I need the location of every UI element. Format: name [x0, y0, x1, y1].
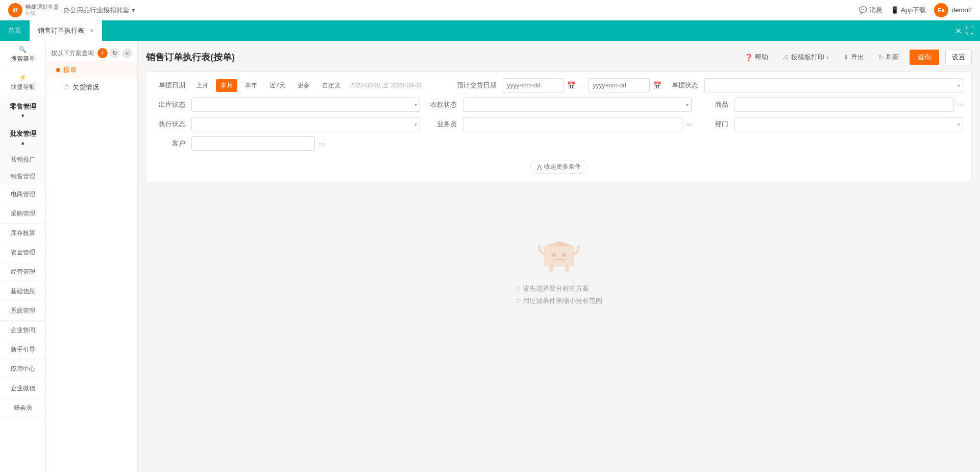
- user-name: demo2: [951, 6, 972, 14]
- active-dot: [56, 68, 60, 72]
- sidebar-item-apps[interactable]: 应用中心: [0, 360, 45, 379]
- add-scheme-button[interactable]: +: [97, 48, 108, 58]
- filter-row-4: 客户 ···: [155, 136, 963, 151]
- top-bar-right: 💬 消息 📱 App下载 Ea demo2: [859, 3, 972, 17]
- print-icon: 🖨: [782, 54, 789, 61]
- date-to-input[interactable]: [589, 78, 650, 92]
- collapse-button[interactable]: ⋀ 收起更多条件: [530, 160, 587, 174]
- settings-button[interactable]: 设置: [945, 49, 972, 65]
- collapse-up-icon: ⋀: [537, 163, 542, 171]
- salesperson-input[interactable]: [463, 117, 682, 131]
- filter-area: 单据日期 上月 本月 本年 近7天 更多 自定义 2023-03-01 至 20…: [146, 72, 972, 182]
- page-title: 销售订单执行表(按单): [146, 51, 235, 63]
- sidebar-item-enterprise[interactable]: 企业协同: [0, 321, 45, 340]
- message-button[interactable]: 💬 消息: [859, 6, 883, 15]
- date-btn-more[interactable]: 更多: [293, 79, 314, 92]
- sidebar-item-marketing[interactable]: 营销推广: [0, 151, 45, 168]
- date-from-input[interactable]: [503, 78, 564, 92]
- empty-state: ① 请先选择要分析的方案 ② 用过滤条件来缩小分析范围: [146, 182, 972, 347]
- dept-select[interactable]: [734, 117, 963, 131]
- sidebar-item-inventory[interactable]: 库存核算: [0, 224, 45, 243]
- fullscreen-icon[interactable]: ⛶: [966, 26, 974, 35]
- receipt-label: 收款状态: [426, 100, 457, 109]
- sidebar-item-retail[interactable]: 零售管理 ▾: [0, 97, 45, 124]
- filter-row-1: 单据日期 上月 本月 本年 近7天 更多 自定义 2023-03-01 至 20…: [155, 78, 963, 92]
- left-panel-header: 按以下方案查询 + ↻ «: [46, 45, 137, 61]
- calendar-from-icon[interactable]: 📅: [567, 81, 576, 89]
- customer-input[interactable]: [191, 136, 315, 151]
- sidebar-item-operations[interactable]: 经营管理: [0, 263, 45, 282]
- exec-status-select[interactable]: [191, 117, 420, 131]
- salesperson-filter-group: ···: [463, 117, 692, 131]
- scheme-item-按单[interactable]: 按单: [46, 61, 137, 79]
- sidebar-item-search[interactable]: 🔍 搜索菜单: [0, 41, 45, 69]
- sidebar-item-wechat[interactable]: 企业微信: [0, 379, 45, 398]
- content-row: 按以下方案查询 + ↻ « 按单 ⏱ 欠货情况 销售订单执行表(按单): [46, 41, 980, 472]
- left-panel: 按以下方案查询 + ↻ « 按单 ⏱ 欠货情况: [46, 41, 138, 472]
- salesperson-more-icon[interactable]: ···: [687, 121, 692, 128]
- sidebar-item-ecommerce[interactable]: 电商管理: [0, 185, 45, 204]
- logo-text: 畅捷通好生意 标版: [26, 4, 59, 16]
- empty-icon: [533, 223, 584, 274]
- dept-select-wrapper: ▾: [734, 117, 963, 131]
- date-btn-custom[interactable]: 自定义: [317, 79, 345, 92]
- date-input-group: 📅 — 📅: [503, 78, 662, 92]
- calendar-to-icon[interactable]: 📅: [653, 81, 662, 89]
- user-avatar-area[interactable]: Ea demo2: [934, 3, 972, 17]
- svg-point-1: [552, 253, 556, 257]
- goods-more-icon[interactable]: ···: [958, 101, 963, 108]
- sidebar-item-wholesale[interactable]: 批发管理 ▴: [0, 124, 45, 151]
- date-btn-this-month[interactable]: 本月: [216, 79, 237, 92]
- close-window-icon[interactable]: ✕: [955, 26, 962, 36]
- tab-close-icon[interactable]: ✕: [89, 28, 94, 34]
- sidebar-item-basic[interactable]: 基础信息: [0, 282, 45, 301]
- export-icon: ⬇: [843, 54, 849, 61]
- sidebar-item-newbie[interactable]: 新手引导: [0, 340, 45, 360]
- page-actions: ❓ 帮助 🖨 按模板打印 ▾ ⬇ 导出 ↻ 刷新: [741, 49, 972, 65]
- doc-status-select[interactable]: [704, 78, 964, 92]
- date-btn-7days[interactable]: 近7天: [265, 79, 290, 92]
- svg-rect-0: [544, 246, 574, 267]
- top-bar: 好 畅捷通好生意 标版 办公用品行业模拟账套 ▾ 💬 消息 📱 App下载 Ea…: [0, 0, 980, 20]
- sidebar-item-member[interactable]: 畅会员: [0, 398, 45, 418]
- filter-row-2: 出库状态 ▾ 收款状态 ▾ 商品 ···: [155, 98, 963, 112]
- sidebar-item-sales[interactable]: 销售管理: [0, 168, 45, 185]
- page-content: 销售订单执行表(按单) ❓ 帮助 🖨 按模板打印 ▾ ⬇ 导出: [138, 41, 980, 472]
- shipment-status-select[interactable]: [191, 98, 420, 112]
- sidebar-item-system[interactable]: 系统管理: [0, 301, 45, 321]
- refresh-scheme-button[interactable]: ↻: [110, 48, 120, 58]
- customer-more-icon[interactable]: ···: [319, 140, 324, 147]
- avatar: Ea: [934, 3, 948, 17]
- receipt-status-select[interactable]: [463, 98, 692, 112]
- print-button[interactable]: 🖨 按模板打印 ▾: [778, 51, 833, 64]
- search-icon: 🔍: [19, 46, 27, 53]
- export-button[interactable]: ⬇ 导出: [839, 51, 868, 64]
- refresh-button[interactable]: ↻ 刷新: [874, 51, 903, 64]
- search-button[interactable]: 查询: [910, 50, 939, 65]
- customer-filter-group: ···: [191, 136, 324, 151]
- date-btn-last-month[interactable]: 上月: [191, 79, 213, 92]
- nav-tab-actions: ✕ ⛶: [955, 26, 980, 36]
- print-arrow-icon: ▾: [826, 55, 829, 60]
- nav-tabs: 首页 销售订单执行表 ✕ ✕ ⛶: [0, 20, 980, 41]
- tab-home[interactable]: 首页: [0, 20, 30, 41]
- collapse-panel-button[interactable]: «: [122, 48, 132, 58]
- sidebar: 🔍 搜索菜单 ⚡ 快捷导航 零售管理 ▾ 批发管理 ▴ 营销推广 销售管理 电商…: [0, 41, 46, 472]
- filter-row-3: 执行状态 ▾ 业务员 ··· 部门 ▾: [155, 117, 963, 131]
- goods-input[interactable]: [734, 98, 954, 112]
- shipment-label: 出库状态: [155, 100, 185, 109]
- help-button[interactable]: ❓ 帮助: [741, 51, 772, 64]
- tab-sales-order[interactable]: 销售订单执行表 ✕: [30, 20, 102, 41]
- sidebar-item-purchase[interactable]: 采购管理: [0, 204, 45, 224]
- top-bar-left: 好 畅捷通好生意 标版 办公用品行业模拟账套 ▾: [8, 3, 135, 17]
- collapse-row: ⋀ 收起更多条件: [155, 156, 963, 176]
- doc-status-label: 单据状态: [668, 81, 698, 90]
- date-label: 单据日期: [155, 81, 185, 90]
- date-btn-this-year[interactable]: 本年: [240, 79, 262, 92]
- help-icon: ❓: [745, 54, 753, 61]
- empty-tip-1: ① 请先选择要分析的方案: [516, 282, 603, 295]
- sidebar-item-finance[interactable]: 资金管理: [0, 243, 45, 263]
- sidebar-item-quick-nav[interactable]: ⚡ 快捷导航: [0, 69, 45, 97]
- scheme-item-欠货情况[interactable]: ⏱ 欠货情况: [46, 79, 137, 96]
- app-download-button[interactable]: 📱 App下载: [891, 6, 926, 15]
